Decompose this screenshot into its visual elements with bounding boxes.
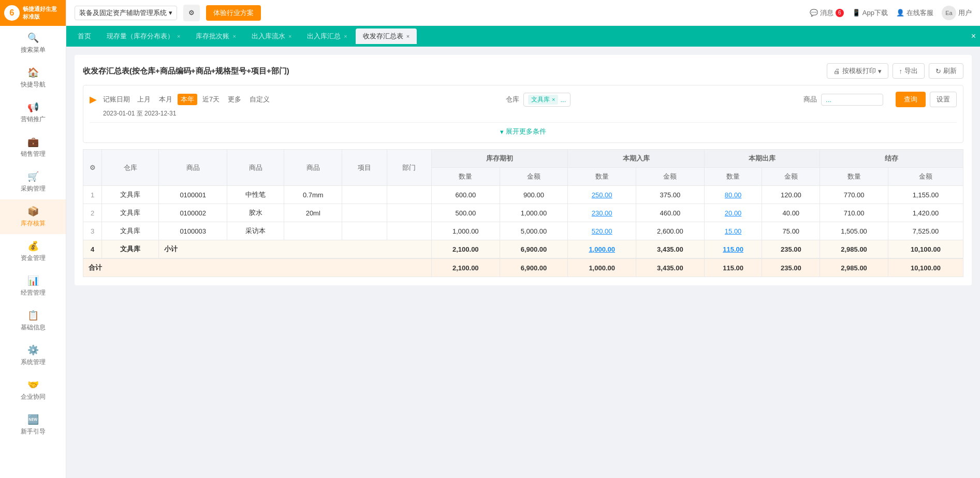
table-settings-header[interactable]: ⚙ [83,150,102,186]
total-in-qty: 1,000.00 [568,258,636,277]
goods-more-btn[interactable]: ... [826,96,831,104]
sidebar-item-cooperation[interactable]: 🤝 企业协同 [0,373,66,408]
main-area: 装备及固定资产辅助管理系统 ▾ ⚙ 体验行业方案 💬 消息 6 📱 App下载 … [66,0,980,478]
page-header: 收发存汇总表(按仓库+商品编码+商品+规格型号+项目+部门) 🖨 按模板打印 ▾… [83,63,963,79]
sidebar-item-purchase[interactable]: 🛒 采购管理 [0,165,66,199]
row-goods-code: 0100001 [159,186,227,204]
date-btn-custom[interactable]: 自定义 [246,94,273,105]
user-item[interactable]: Ea 用户 [942,6,972,20]
tab-batch-account-label: 库存批次账 [196,32,229,41]
row-project [342,222,387,240]
date-label: 记账日期 [103,95,130,104]
tab-in-out-flow-close[interactable]: × [288,33,291,39]
sidebar-label-finance: 资金管理 [21,254,46,263]
tabbar: 首页 现存量（库存分布表） × 库存批次账 × 出入库流水 × 出入库汇总 × … [66,26,980,47]
row-in-qty[interactable]: 230.00 [568,204,636,222]
tab-batch-account-close[interactable]: × [232,33,236,39]
goods-filter-input[interactable]: ... [821,94,883,106]
refresh-button[interactable]: ↻ 刷新 [929,63,963,79]
sidebar-item-finance[interactable]: 💰 资金管理 [0,234,66,269]
row-out-amt: 40.00 [762,204,820,222]
sidebar-item-guide[interactable]: 🆕 新手引导 [0,408,66,442]
user-label: 用户 [958,8,972,18]
tab-home-label: 首页 [78,32,91,41]
sidebar: 6 畅捷通好生意 标准版 🔍 搜索菜单 🏠 快捷导航 📢 营销推广 💼 销售管理… [0,0,66,478]
sidebar-item-quick-nav[interactable]: 🏠 快捷导航 [0,61,66,95]
sidebar-item-operations[interactable]: 📊 经营管理 [0,269,66,303]
subtotal-in-qty[interactable]: 1,000.00 [568,240,636,259]
notification-item[interactable]: 💬 消息 6 [810,8,844,18]
row-closing-amt: 7,525.00 [888,222,963,240]
row-dept [387,222,431,240]
tab-recv-send-summary-label: 收发存汇总表 [363,32,403,41]
row-closing-amt: 1,155.00 [888,186,963,204]
query-button[interactable]: 查询 [896,92,926,107]
total-row: 合计 2,100.00 6,900.00 1,000.00 3,435.00 1… [83,258,963,277]
row-project [342,204,387,222]
row-opening-amt: 5,000.00 [500,222,568,240]
subtotal-closing-amt: 10,100.00 [888,240,963,259]
experience-button[interactable]: 体验行业方案 [206,5,261,21]
row-opening-qty: 500.00 [431,204,500,222]
print-button[interactable]: 🖨 按模板打印 ▾ [827,63,888,79]
purchase-icon: 🛒 [27,171,39,182]
date-btn-7days[interactable]: 近7天 [199,94,223,105]
date-btn-last-month[interactable]: 上月 [134,94,154,105]
row-in-qty[interactable]: 520.00 [568,222,636,240]
row-index: 1 [83,186,102,204]
tab-recv-send-summary[interactable]: 收发存汇总表 × [356,28,417,44]
sidebar-item-system[interactable]: ⚙️ 系统管理 [0,338,66,373]
export-button[interactable]: ↑ 导出 [893,63,925,79]
row-out-qty[interactable]: 15.00 [704,222,762,240]
sidebar-item-marketing[interactable]: 📢 营销推广 [0,95,66,130]
service-icon: 👤 [896,9,904,17]
subtotal-out-qty[interactable]: 115.00 [704,240,762,259]
settings-icon[interactable]: ⚙ [183,5,200,21]
tab-recv-send-summary-close[interactable]: × [406,33,409,39]
filter-arrow[interactable]: ▶ [90,94,97,105]
tab-batch-account[interactable]: 库存批次账 × [188,28,243,44]
system-title: 装备及固定资产辅助管理系统 [79,8,167,18]
tabbar-close-all[interactable]: × [971,32,976,41]
date-btn-this-year[interactable]: 本年 [178,94,197,105]
sidebar-item-inventory[interactable]: 📦 库存核算 [0,199,66,234]
tab-inventory-dist[interactable]: 现存量（库存分布表） × [99,28,187,44]
row-in-amt: 460.00 [636,204,705,222]
tab-inventory-dist-close[interactable]: × [177,33,180,39]
row-index: 3 [83,222,102,240]
col-out-header: 本期出库 [704,150,820,168]
home-icon: 🏠 [27,67,39,78]
sidebar-item-sales[interactable]: 💼 销售管理 [0,130,66,165]
col-goods-code-header: 商品 [159,150,227,186]
row-out-qty[interactable]: 20.00 [704,204,762,222]
app-download-item[interactable]: 📱 App下载 [852,8,888,18]
table-wrapper: ⚙ 仓库 商品 商品 商品 项目 部门 库存期初 本期入库 本期出库 结存 [83,149,963,277]
sidebar-label-marketing: 营销推广 [21,115,46,124]
expand-button[interactable]: ▾ 展开更多条件 [500,127,546,136]
row-in-qty[interactable]: 250.00 [568,186,636,204]
date-filter-section: 记账日期 上月 本月 本年 近7天 更多 自定义 [103,94,273,105]
date-btn-this-month[interactable]: 本月 [156,94,175,105]
row-goods-code: 0100003 [159,222,227,240]
warehouse-more-btn[interactable]: ... [560,96,566,104]
system-selector[interactable]: 装备及固定资产辅助管理系统 ▾ [75,6,177,20]
tab-in-out-summary-close[interactable]: × [344,33,347,39]
warehouse-filter-input[interactable]: 文具库 × ... [523,93,571,107]
goods-filter-section: 商品 ... [803,94,883,106]
col-warehouse-header: 仓库 [102,150,159,186]
sidebar-label-search: 搜索菜单 [21,46,46,54]
subtotal-in-amt: 3,435.00 [636,240,705,259]
tab-in-out-flow[interactable]: 出入库流水 × [244,28,299,44]
tab-in-out-summary[interactable]: 出入库汇总 × [300,28,354,44]
sidebar-item-search[interactable]: 🔍 搜索菜单 [0,26,66,61]
filter-line: ▶ 记账日期 上月 本月 本年 近7天 更多 自定义 [90,92,957,107]
row-out-qty[interactable]: 80.00 [704,186,762,204]
row-project [342,186,387,204]
date-btn-more[interactable]: 更多 [225,94,244,105]
online-service-item[interactable]: 👤 在线客服 [896,8,933,18]
sidebar-item-base-info[interactable]: 📋 基础信息 [0,303,66,338]
settings-button[interactable]: 设置 [930,92,957,107]
cooperation-icon: 🤝 [27,379,39,390]
tab-home[interactable]: 首页 [70,28,98,44]
warehouse-tag-close[interactable]: × [552,96,555,103]
